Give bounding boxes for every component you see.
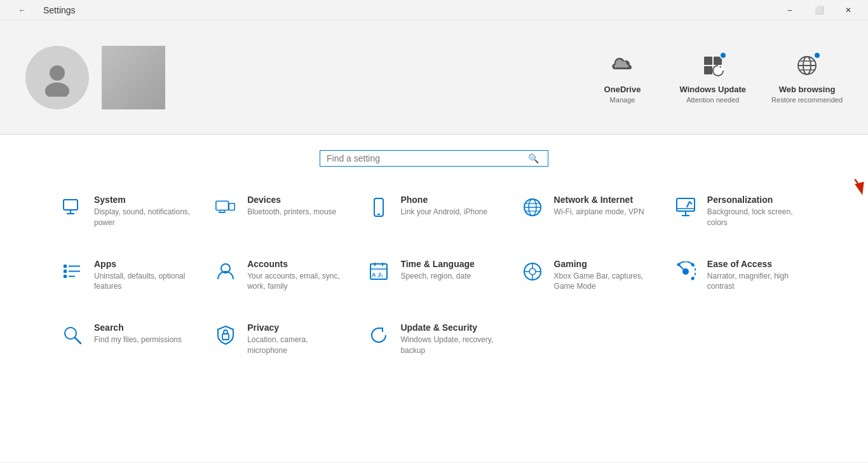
- windows-update-title: Windows Update: [680, 85, 747, 94]
- back-button[interactable]: ←: [8, 0, 37, 20]
- time-desc: Speech, region, date: [400, 271, 474, 282]
- network-desc: Wi-Fi, airplane mode, VPN: [554, 207, 644, 218]
- maximize-button[interactable]: ⬜: [804, 0, 834, 20]
- setting-item-ease[interactable]: Ease of AccessNarrator, magnifier, high …: [664, 244, 817, 308]
- svg-rect-35: [64, 270, 67, 273]
- svg-rect-19: [374, 198, 383, 216]
- header-shortcuts: OneDrive Manage Windows Update Attent: [591, 50, 843, 104]
- avatar: [25, 46, 89, 109]
- windows-update-icon: [698, 50, 728, 81]
- svg-point-1: [45, 82, 69, 96]
- svg-line-30: [687, 202, 689, 207]
- network-title: Network & Internet: [554, 195, 644, 205]
- svg-point-55: [691, 263, 694, 266]
- svg-rect-4: [704, 66, 712, 74]
- svg-point-54: [677, 263, 680, 266]
- devices-icon: [214, 196, 237, 219]
- personalization-icon: [674, 196, 697, 219]
- apps-desc: Uninstall, defaults, optional features: [94, 271, 194, 293]
- setting-item-personalization[interactable]: PersonalizationBackground, lock screen, …: [664, 179, 817, 244]
- windows-update-badge: [719, 52, 727, 59]
- svg-rect-59: [222, 334, 229, 340]
- system-icon: [61, 196, 84, 219]
- system-desc: Display, sound, notifications, power: [94, 207, 194, 228]
- gaming-title: Gaming: [554, 259, 654, 269]
- title-bar-controls: – ⬜ ✕: [775, 0, 863, 20]
- phone-title: Phone: [400, 195, 487, 205]
- update-desc: Windows Update, recovery, backup: [400, 335, 500, 356]
- gaming-desc: Xbox Game Bar, captures, Game Mode: [554, 271, 654, 293]
- onedrive-title: OneDrive: [604, 85, 641, 94]
- svg-rect-37: [64, 275, 67, 278]
- svg-text:A: A: [372, 272, 376, 278]
- update-title: Update & Security: [400, 322, 500, 333]
- svg-text:あ: あ: [377, 272, 383, 278]
- system-title: System: [94, 195, 194, 205]
- settings-grid: SystemDisplay, sound, notifications, pow…: [51, 179, 817, 371]
- accounts-title: Accounts: [247, 259, 347, 269]
- setting-item-network[interactable]: Network & InternetWi-Fi, airplane mode, …: [511, 179, 664, 244]
- setting-item-time[interactable]: AあTime & LanguageSpeech, region, date: [357, 244, 510, 308]
- web-browsing-title: Web browsing: [779, 85, 836, 94]
- privacy-desc: Location, camera, microphone: [247, 335, 347, 356]
- profile-header: OneDrive Manage Windows Update Attent: [0, 20, 868, 135]
- close-button[interactable]: ✕: [834, 0, 863, 20]
- ease-desc: Narrator, magnifier, high contrast: [707, 271, 807, 293]
- privacy-icon: [214, 324, 237, 347]
- setting-item-phone[interactable]: PhoneLink your Android, iPhone: [357, 179, 510, 244]
- update-icon: [367, 324, 390, 347]
- search-button[interactable]: 🔍: [526, 153, 541, 163]
- search-icon: [61, 324, 84, 347]
- svg-point-56: [691, 277, 694, 280]
- app-title: Settings: [43, 5, 76, 15]
- svg-rect-33: [64, 265, 67, 268]
- web-browsing-icon: [792, 50, 822, 81]
- network-icon: [521, 196, 544, 219]
- minimize-button[interactable]: –: [775, 0, 804, 20]
- setting-item-system[interactable]: SystemDisplay, sound, notifications, pow…: [51, 179, 204, 244]
- setting-item-search[interactable]: SearchFind my files, permissions: [51, 307, 204, 371]
- gaming-icon: [521, 260, 544, 283]
- search-title: Search: [94, 322, 182, 333]
- profile-image: [102, 46, 165, 109]
- svg-rect-12: [64, 200, 78, 210]
- ease-title: Ease of Access: [707, 259, 807, 269]
- setting-item-privacy[interactable]: PrivacyLocation, camera, microphone: [204, 307, 357, 371]
- time-icon: Aあ: [367, 260, 390, 283]
- phone-icon: [367, 196, 390, 219]
- privacy-title: Privacy: [247, 322, 347, 333]
- apps-title: Apps: [94, 259, 194, 269]
- onedrive-subtitle: Manage: [610, 95, 635, 104]
- shortcut-web-browsing[interactable]: Web browsing Restore recommended: [771, 50, 843, 104]
- windows-update-subtitle: Attention needed: [686, 95, 739, 104]
- title-bar: ← Settings – ⬜ ✕: [0, 0, 868, 20]
- svg-rect-26: [677, 198, 695, 211]
- search-box: 🔍: [320, 150, 548, 167]
- personalization-title: Personalization: [707, 195, 807, 205]
- devices-title: Devices: [247, 195, 336, 205]
- devices-desc: Bluetooth, printers, mouse: [247, 207, 336, 218]
- web-browsing-badge: [813, 52, 821, 59]
- svg-rect-2: [704, 57, 712, 65]
- accounts-icon: [214, 260, 237, 283]
- setting-item-devices[interactable]: DevicesBluetooth, printers, mouse: [204, 179, 357, 244]
- svg-line-31: [689, 202, 692, 204]
- web-browsing-subtitle: Restore recommended: [771, 95, 843, 104]
- shortcut-windows-update[interactable]: Windows Update Attention needed: [680, 50, 747, 104]
- accounts-desc: Your accounts, email, sync, work, family: [247, 271, 347, 293]
- time-title: Time & Language: [400, 259, 474, 269]
- setting-item-apps[interactable]: AppsUninstall, defaults, optional featur…: [51, 244, 204, 308]
- svg-rect-16: [229, 204, 235, 211]
- ease-icon: [674, 260, 697, 283]
- title-bar-left: ← Settings: [8, 0, 76, 20]
- svg-line-58: [75, 338, 81, 343]
- setting-item-gaming[interactable]: GamingXbox Game Bar, captures, Game Mode: [511, 244, 664, 308]
- setting-item-update[interactable]: Update & SecurityWindows Update, recover…: [357, 307, 510, 371]
- setting-item-accounts[interactable]: AccountsYour accounts, email, sync, work…: [204, 244, 357, 308]
- personalization-desc: Background, lock screen, colors: [707, 207, 807, 228]
- svg-point-0: [50, 65, 65, 80]
- search-input[interactable]: [327, 153, 526, 163]
- shortcut-onedrive[interactable]: OneDrive Manage: [591, 50, 654, 104]
- settings-main: SystemDisplay, sound, notifications, pow…: [0, 179, 868, 462]
- svg-rect-15: [216, 201, 229, 210]
